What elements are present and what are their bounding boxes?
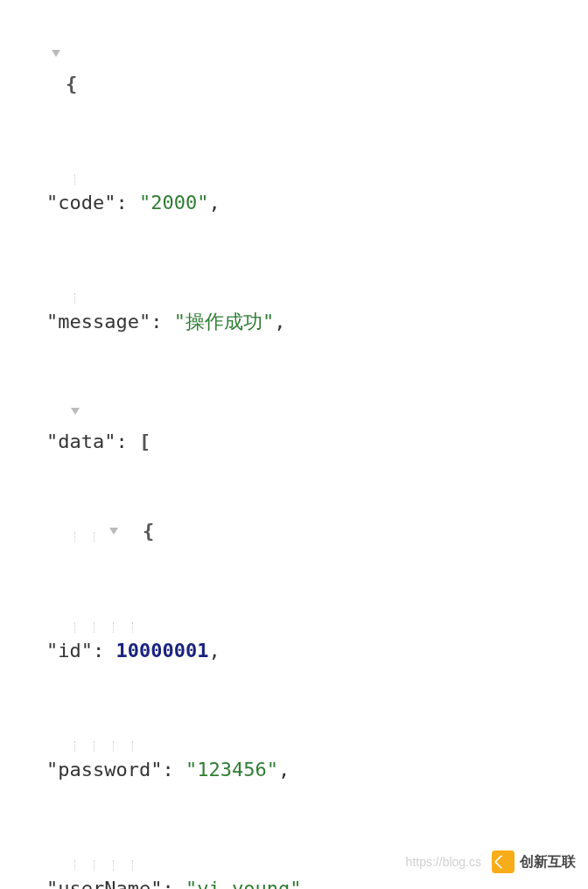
chevron-down-icon[interactable] xyxy=(66,397,85,427)
json-string: "123456" xyxy=(186,759,278,780)
watermark-brand: 创新互联 xyxy=(520,847,576,877)
json-line: "data": [ xyxy=(0,367,588,486)
json-string: "vi-young" xyxy=(186,878,301,889)
svg-marker-1 xyxy=(71,408,80,415)
json-key: "code" xyxy=(46,192,116,214)
svg-marker-2 xyxy=(109,528,118,535)
json-viewer: { "code": "2000", "message": "操作成功", "da… xyxy=(0,0,588,889)
json-number: 10000001 xyxy=(116,640,208,662)
json-line: "id": 10000001, xyxy=(0,577,588,696)
json-line: "code": "2000", xyxy=(0,129,588,248)
json-string: "2000" xyxy=(139,192,208,214)
svg-marker-0 xyxy=(52,50,60,57)
chevron-down-icon[interactable] xyxy=(46,39,66,69)
watermark-url: https://blog.cs xyxy=(406,847,481,877)
json-line: { xyxy=(0,486,588,577)
json-key: "password" xyxy=(46,759,162,780)
json-line: "message": "操作成功", xyxy=(0,248,588,367)
json-string: "操作成功" xyxy=(174,311,275,332)
logo-icon xyxy=(492,850,514,873)
json-key: "data" xyxy=(46,430,116,452)
json-key: "userName" xyxy=(46,878,162,889)
json-line: { xyxy=(0,9,588,129)
bracket-open: [ xyxy=(139,430,150,452)
brace-open: { xyxy=(66,73,77,94)
json-key: "message" xyxy=(46,311,150,332)
json-line: "password": "123456", xyxy=(0,696,588,815)
watermark: https://blog.cs 创新互联 xyxy=(406,847,576,877)
json-key: "id" xyxy=(46,640,93,662)
chevron-down-icon[interactable] xyxy=(104,517,123,547)
